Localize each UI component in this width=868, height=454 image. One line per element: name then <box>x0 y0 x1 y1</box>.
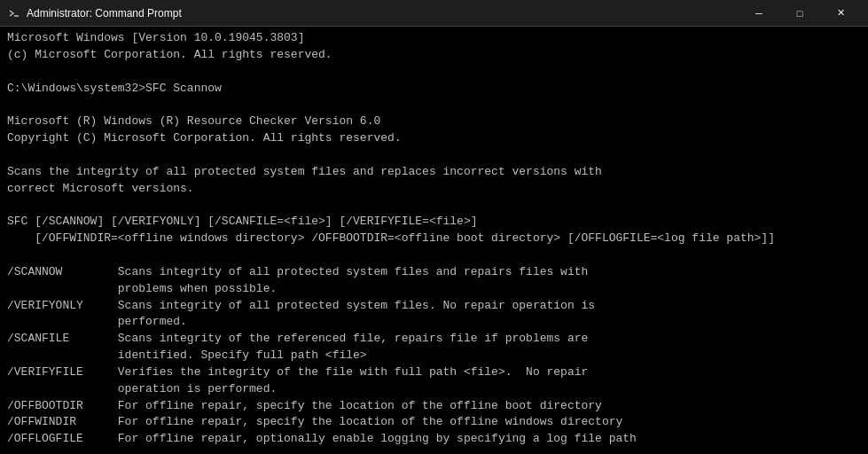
terminal-line: SFC [/SCANNOW] [/VERIFYONLY] [/SCANFILE=… <box>7 214 861 231</box>
terminal-line: (c) Microsoft Corporation. All rights re… <box>7 47 861 64</box>
terminal-line: problems when possible. <box>7 281 861 298</box>
terminal-line: /SCANNOW Scans integrity of all protecte… <box>7 264 861 281</box>
terminal-line: Copyright (C) Microsoft Corporation. All… <box>7 130 861 147</box>
terminal-line: [/OFFWINDIR=<offline windows directory> … <box>7 231 861 247</box>
terminal-line: /OFFLOGFILE For offline repair, optional… <box>7 431 861 448</box>
terminal-line: /SCANFILE Scans integrity of the referen… <box>7 331 861 348</box>
terminal-line: /OFFBOOTDIR For offline repair, specify … <box>7 398 861 415</box>
title-bar-left: Administrator: Command Prompt <box>7 6 182 20</box>
title-bar-controls: ─ □ ✕ <box>739 0 861 26</box>
terminal-line: performed. <box>7 314 861 331</box>
terminal-line <box>7 64 861 81</box>
terminal-line <box>7 147 861 164</box>
terminal-line: Microsoft (R) Windows (R) Resource Check… <box>7 114 861 130</box>
title-bar: Administrator: Command Prompt ─ □ ✕ <box>0 0 868 27</box>
cmd-icon <box>7 6 21 20</box>
terminal-line <box>7 247 861 264</box>
maximize-button[interactable]: □ <box>779 0 820 27</box>
terminal-line <box>7 97 861 114</box>
terminal-line: correct Microsoft versions. <box>7 181 861 198</box>
terminal-output: Microsoft Windows [Version 10.0.19045.38… <box>0 27 868 454</box>
terminal-line: /OFFWINDIR For offline repair, specify t… <box>7 414 861 431</box>
terminal-line: Scans the integrity of all protected sys… <box>7 164 861 181</box>
terminal-line: identified. Specify full path <file> <box>7 348 861 364</box>
close-button[interactable]: ✕ <box>820 0 861 27</box>
terminal-line: /VERIFYFILE Verifies the integrity of th… <box>7 364 861 381</box>
terminal-line <box>7 448 861 454</box>
terminal-line: C:\Windows\system32>SFC Scannow <box>7 81 861 98</box>
window-title: Administrator: Command Prompt <box>27 7 182 20</box>
terminal-line: operation is performed. <box>7 381 861 398</box>
terminal-line: /VERIFYONLY Scans integrity of all prote… <box>7 298 861 315</box>
minimize-button[interactable]: ─ <box>739 0 779 27</box>
terminal-line <box>7 197 861 214</box>
terminal-line: Microsoft Windows [Version 10.0.19045.38… <box>7 30 861 47</box>
